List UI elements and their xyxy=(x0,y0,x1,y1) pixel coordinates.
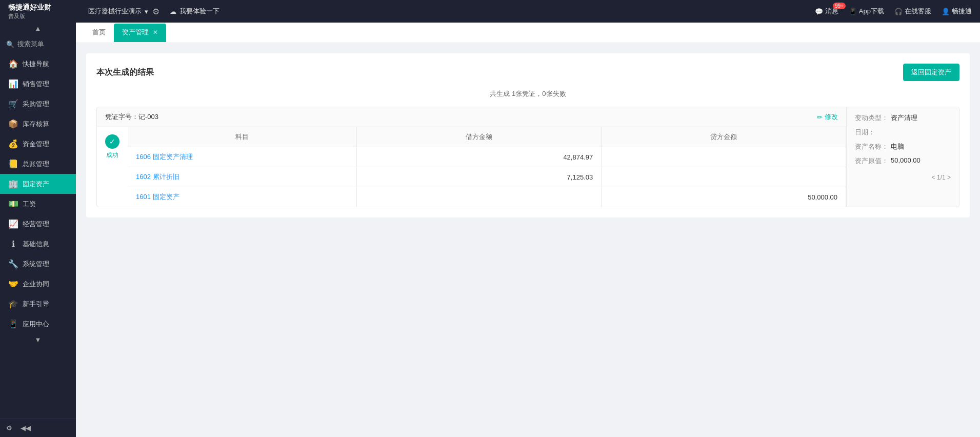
date-row: 日期： xyxy=(855,128,951,137)
change-type-row: 变动类型： 资产清理 xyxy=(855,113,951,123)
success-indicator: ✓ 成功 xyxy=(97,127,128,167)
row3-subject-link[interactable]: 1601 固定资产 xyxy=(136,193,179,201)
sidebar-item-basic-info[interactable]: ℹ 基础信息 xyxy=(0,234,76,254)
sidebar-item-operations[interactable]: 📈 经营管理 xyxy=(0,214,76,234)
messages-button[interactable]: 💬 消息 99+ xyxy=(815,7,838,16)
ledger-icon: 📒 xyxy=(8,159,18,169)
company-name: 医疗器械行业演示 xyxy=(88,7,142,16)
row2-debit: 7,125.03 xyxy=(357,167,602,187)
search-icon: 🔍 xyxy=(6,41,14,48)
fixed-assets-icon: 🏢 xyxy=(8,179,18,189)
asset-name-label: 资产名称： xyxy=(855,142,891,151)
sidebar-item-label: 基础信息 xyxy=(23,240,49,249)
salary-icon: 💵 xyxy=(8,199,18,209)
edit-button[interactable]: ✏ 修改 xyxy=(817,112,838,122)
result-panel: 本次生成的结果 返回固定资产 共生成 1张凭证，0张失败 凭证字号：记-003 … xyxy=(86,53,970,217)
sidebar-item-purchase[interactable]: 🛒 采购管理 xyxy=(0,94,76,114)
col-header-subject: 科目 xyxy=(128,127,357,147)
success-check-icon: ✓ xyxy=(105,134,119,149)
sidebar-item-label: 企业协同 xyxy=(23,280,49,289)
edit-label: 修改 xyxy=(825,112,838,122)
app-center-icon: 📱 xyxy=(8,319,18,329)
finance-icon: 💰 xyxy=(8,139,18,149)
sidebar-settings-icon[interactable]: ⚙ xyxy=(6,424,12,432)
messages-badge: 99+ xyxy=(833,3,846,9)
sidebar-item-label: 销售管理 xyxy=(23,80,49,89)
page-content: 本次生成的结果 返回固定资产 共生成 1张凭证，0张失败 凭证字号：记-003 … xyxy=(76,43,980,437)
row2-subject-link[interactable]: 1602 累计折旧 xyxy=(136,173,179,181)
result-header: 本次生成的结果 返回固定资产 xyxy=(96,64,959,81)
app-download-button[interactable]: 📱 App下载 xyxy=(849,7,884,16)
sidebar-item-label: 库存核算 xyxy=(23,120,49,129)
sidebar-collapse-icon[interactable]: ◀◀ xyxy=(21,424,31,432)
return-button[interactable]: 返回固定资产 xyxy=(903,64,959,81)
success-row: ✓ 成功 科目 借方金额 贷方金额 xyxy=(97,127,846,207)
cloud-icon: ☁ xyxy=(170,8,176,15)
operations-icon: 📈 xyxy=(8,219,18,229)
user-profile-button[interactable]: 👤 畅捷通 xyxy=(942,7,972,16)
logo-area: 畅捷通好业财 普及版 xyxy=(8,3,84,20)
sidebar-item-ledger[interactable]: 📒 总账管理 xyxy=(0,154,76,174)
sidebar-item-app-center[interactable]: 📱 应用中心 xyxy=(0,314,76,334)
asset-name-value: 电脑 xyxy=(891,142,951,151)
online-service-label: 在线客服 xyxy=(905,7,931,16)
tab-asset-mgmt-label: 资产管理 xyxy=(122,28,149,37)
avatar: 👤 xyxy=(942,8,950,15)
basic-info-icon: ℹ xyxy=(8,239,18,249)
tab-bar: 首页 资产管理 ✕ xyxy=(76,23,980,43)
guide-icon: 🎓 xyxy=(8,299,18,309)
header-settings-icon[interactable]: ⚙ xyxy=(152,7,159,16)
page-title: 本次生成的结果 xyxy=(96,67,154,78)
sidebar-scroll-up[interactable]: ▲ xyxy=(0,23,76,34)
sidebar-item-quick-nav[interactable]: 🏠 快捷导航 xyxy=(0,54,76,74)
sidebar-item-label: 总账管理 xyxy=(23,160,49,169)
table-row: 1602 累计折旧 7,125.03 xyxy=(128,167,846,187)
page-info: 1/1 xyxy=(937,174,947,181)
sidebar-item-salary[interactable]: 💵 工资 xyxy=(0,194,76,214)
summary-text: 共生成 1张凭证，0张失败 xyxy=(96,89,959,98)
top-header: 畅捷通好业财 普及版 医疗器械行业演示 ▾ ⚙ ☁ 我要体验一下 💬 消息 99… xyxy=(0,0,980,23)
row3-credit: 50,000.00 xyxy=(602,187,846,207)
voucher-table-wrapper: 科目 借方金额 贷方金额 1606 固定资产清理 xyxy=(128,127,846,207)
tab-close-icon[interactable]: ✕ xyxy=(153,29,158,36)
row1-subject-link[interactable]: 1606 固定资产清理 xyxy=(136,153,193,161)
tab-home[interactable]: 首页 xyxy=(84,24,114,42)
voucher-table: 科目 借方金额 贷方金额 1606 固定资产清理 xyxy=(128,127,846,207)
next-page-icon[interactable]: > xyxy=(947,174,951,181)
change-type-label: 变动类型： xyxy=(855,113,891,123)
change-type-value: 资产清理 xyxy=(891,113,951,123)
inventory-icon: 📦 xyxy=(8,119,18,129)
table-row: 1601 固定资产 50,000.00 xyxy=(128,187,846,207)
sidebar-scroll-down[interactable]: ▼ xyxy=(0,334,76,346)
row1-credit xyxy=(602,147,846,167)
system-icon: 🔧 xyxy=(8,259,18,269)
sidebar-item-inventory[interactable]: 📦 库存核算 xyxy=(0,114,76,134)
pagination[interactable]: < 1/1 > xyxy=(855,174,951,181)
row2-subject: 1602 累计折旧 xyxy=(128,167,357,187)
sidebar-item-label: 固定资产 xyxy=(23,180,49,189)
sidebar-item-enterprise[interactable]: 🤝 企业协同 xyxy=(0,274,76,294)
sidebar-item-sales[interactable]: 📊 销售管理 xyxy=(0,74,76,94)
sidebar-bottom: ⚙ ◀◀ xyxy=(0,419,76,437)
prev-page-icon[interactable]: < xyxy=(932,174,935,181)
sidebar-item-label: 系统管理 xyxy=(23,260,49,269)
row3-subject: 1601 固定资产 xyxy=(128,187,357,207)
message-icon: 💬 xyxy=(815,8,823,15)
enterprise-icon: 🤝 xyxy=(8,279,18,289)
chevron-down-icon: ▾ xyxy=(145,8,148,15)
home-icon: 🏠 xyxy=(8,59,18,69)
app-edition: 普及版 xyxy=(8,12,25,20)
sidebar-item-system[interactable]: 🔧 系统管理 xyxy=(0,254,76,274)
sidebar-item-finance[interactable]: 💰 资金管理 xyxy=(0,134,76,154)
col-header-debit: 借方金额 xyxy=(357,127,602,147)
sidebar-search[interactable]: 🔍 搜索菜单 xyxy=(0,34,76,54)
trial-button[interactable]: ☁ 我要体验一下 xyxy=(170,7,219,16)
search-label: 搜索菜单 xyxy=(17,39,44,49)
company-selector[interactable]: 医疗器械行业演示 ▾ xyxy=(88,7,148,16)
tab-asset-mgmt[interactable]: 资产管理 ✕ xyxy=(114,24,166,42)
sidebar-item-guide[interactable]: 🎓 新手引导 xyxy=(0,294,76,314)
voucher-side-panel: 变动类型： 资产清理 日期： 资产名称： 电脑 资产原值： xyxy=(846,107,959,207)
online-service-button[interactable]: 🎧 在线客服 xyxy=(894,7,931,16)
sidebar-item-fixed-assets[interactable]: 🏢 固定资产 xyxy=(0,174,76,194)
asset-name-row: 资产名称： 电脑 xyxy=(855,142,951,151)
